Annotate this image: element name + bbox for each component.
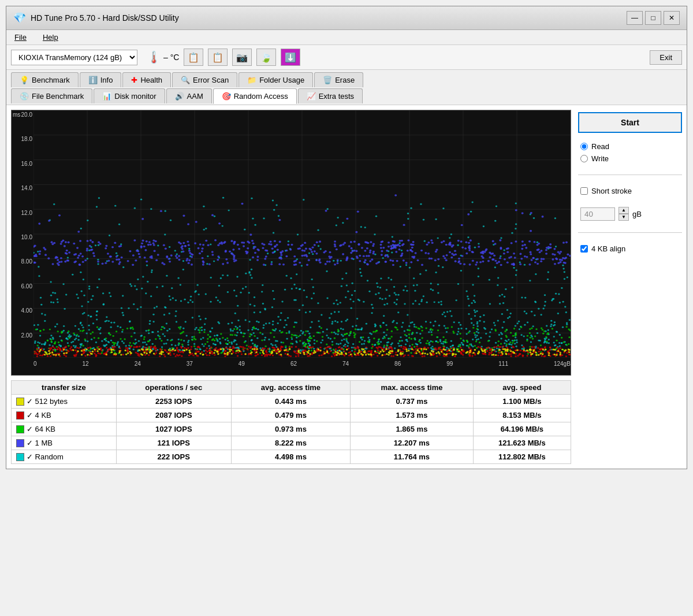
svg-point-240 <box>191 336 193 338</box>
write-radio-label[interactable]: Write <box>580 154 680 163</box>
spin-down-button[interactable]: ▼ <box>619 214 629 221</box>
svg-point-1009 <box>220 277 222 279</box>
exit-button[interactable]: Exit <box>650 50 682 65</box>
max-access-cell-2: 1.865 ms <box>351 422 474 436</box>
svg-point-3107 <box>445 354 446 355</box>
svg-point-865 <box>400 266 401 268</box>
svg-point-3017 <box>314 351 316 353</box>
short-stroke-input[interactable] <box>580 207 615 221</box>
tab-folder-usage[interactable]: 📁 Folder Usage <box>239 72 313 87</box>
svg-point-1361 <box>463 263 465 265</box>
svg-point-1670 <box>270 263 273 265</box>
svg-point-65 <box>95 342 97 343</box>
svg-point-2379 <box>325 347 326 349</box>
svg-point-2125 <box>322 336 323 338</box>
svg-point-3014 <box>533 349 535 351</box>
close-button[interactable]: ✕ <box>664 11 680 25</box>
svg-point-3151 <box>184 350 185 351</box>
tab-erase[interactable]: 🗑️ Erase <box>314 72 363 87</box>
menu-file[interactable]: File <box>11 32 30 43</box>
short-stroke-checkbox-label[interactable]: Short stroke <box>578 184 682 198</box>
svg-point-2144 <box>116 331 117 332</box>
tab-aam[interactable]: 🔊 AAM <box>166 88 212 103</box>
tab-disk-monitor[interactable]: 📊 Disk monitor <box>94 88 165 103</box>
svg-point-1007 <box>166 322 167 324</box>
svg-point-1891 <box>446 342 448 343</box>
svg-point-954 <box>506 340 508 342</box>
svg-point-2141 <box>92 331 94 333</box>
svg-point-1725 <box>541 258 543 260</box>
menu-help[interactable]: Help <box>39 32 62 43</box>
svg-point-322 <box>329 317 330 319</box>
tab-extra-tests[interactable]: 📈 Extra tests <box>298 88 363 103</box>
svg-point-1153 <box>338 343 340 345</box>
spin-up-button[interactable]: ▲ <box>619 207 629 214</box>
read-radio-label[interactable]: Read <box>580 142 680 151</box>
svg-point-697 <box>264 337 266 339</box>
svg-point-973 <box>157 331 159 333</box>
svg-point-1965 <box>58 342 59 343</box>
tab-benchmark[interactable]: 💡 Benchmark <box>11 72 79 87</box>
read-radio[interactable] <box>580 143 588 150</box>
svg-point-560 <box>473 324 475 326</box>
svg-point-2732 <box>544 347 546 348</box>
svg-point-1498 <box>334 264 336 266</box>
drive-selector[interactable]: KIOXIA TransMemory (124 gB) <box>11 50 137 65</box>
toolbar-btn-2[interactable]: 📋 <box>208 49 228 66</box>
write-radio[interactable] <box>580 155 588 162</box>
svg-point-1779 <box>496 262 498 264</box>
svg-point-1538 <box>388 242 390 244</box>
minimize-button[interactable]: — <box>627 11 643 25</box>
svg-point-675 <box>97 259 99 261</box>
svg-point-1805 <box>411 250 413 253</box>
chart-plot-area <box>33 110 571 358</box>
tab-info[interactable]: ℹ️ Info <box>80 72 122 87</box>
svg-point-1118 <box>286 338 288 340</box>
svg-point-1164 <box>188 248 190 250</box>
svg-point-1058 <box>566 322 568 324</box>
toolbar-btn-camera[interactable]: 📷 <box>232 49 252 66</box>
toolbar-btn-1[interactable]: 📋 <box>184 49 203 66</box>
svg-point-250 <box>471 202 473 203</box>
svg-point-170 <box>44 320 46 322</box>
svg-point-1557 <box>248 242 251 244</box>
svg-point-3020 <box>199 352 201 354</box>
svg-point-1727 <box>230 240 233 242</box>
tab-health[interactable]: ✚ Health <box>122 72 171 87</box>
svg-point-1907 <box>334 337 336 339</box>
svg-point-2720 <box>291 346 293 348</box>
tab-random-access[interactable]: 🎯 Random Access <box>213 88 297 104</box>
kb-align-checkbox[interactable] <box>580 245 588 253</box>
svg-point-2544 <box>366 347 367 348</box>
svg-point-1875 <box>362 336 364 338</box>
svg-point-1682 <box>291 244 293 246</box>
svg-point-1502 <box>314 244 316 246</box>
svg-point-2971 <box>92 351 94 352</box>
svg-point-958 <box>244 229 245 231</box>
maximize-button[interactable]: □ <box>645 11 661 25</box>
svg-point-3045 <box>310 353 311 355</box>
svg-point-987 <box>515 274 517 276</box>
svg-point-434 <box>268 339 270 340</box>
start-button[interactable]: Start <box>578 112 682 133</box>
tab-file-benchmark[interactable]: 💿 File Benchmark <box>11 88 92 103</box>
svg-point-1603 <box>199 253 201 255</box>
svg-point-3103 <box>161 351 162 352</box>
toolbar-btn-leaf[interactable]: 🍃 <box>256 49 276 66</box>
kb-align-checkbox-label[interactable]: 4 KB align <box>578 242 682 255</box>
svg-point-992 <box>364 227 366 228</box>
svg-point-2687 <box>133 346 135 348</box>
toolbar-btn-download[interactable]: ⬇️ <box>281 49 300 66</box>
svg-point-337 <box>374 254 376 255</box>
benchmark-icon: 💡 <box>20 76 29 84</box>
svg-point-2130 <box>331 332 333 333</box>
short-stroke-checkbox[interactable] <box>580 187 588 195</box>
svg-point-1426 <box>241 203 243 205</box>
svg-point-2815 <box>75 354 77 355</box>
svg-point-1870 <box>207 341 208 343</box>
tab-error-scan[interactable]: 🔍 Error Scan <box>172 72 237 87</box>
svg-point-1247 <box>351 258 353 260</box>
svg-point-1717 <box>271 247 274 250</box>
svg-point-2956 <box>350 354 352 355</box>
svg-point-1803 <box>563 262 565 264</box>
